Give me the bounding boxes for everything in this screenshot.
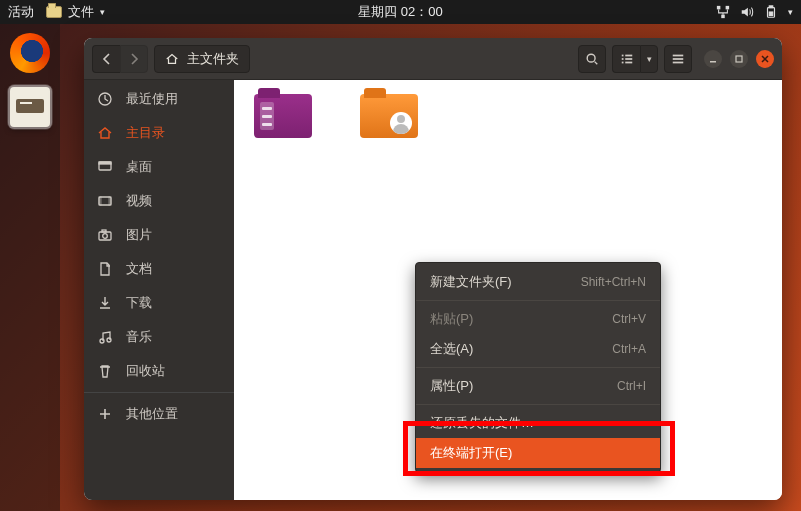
clock[interactable]: 星期四 02：00 (358, 3, 443, 21)
menu-select-all[interactable]: 全选(A) Ctrl+A (416, 334, 660, 364)
svg-rect-13 (673, 54, 684, 56)
menu-item-accel: Ctrl+I (617, 379, 646, 393)
sidebar-item-label: 回收站 (126, 362, 165, 380)
search-button[interactable] (578, 45, 606, 73)
svg-rect-17 (736, 56, 742, 62)
sidebar-item-label: 主目录 (126, 124, 165, 142)
svg-rect-23 (109, 197, 111, 205)
menu-item-label: 在终端打开(E) (430, 444, 512, 462)
folder-item[interactable] (248, 94, 318, 138)
network-icon[interactable] (716, 5, 730, 19)
menu-item-accel: Shift+Ctrl+N (581, 275, 646, 289)
svg-rect-11 (625, 58, 632, 60)
menu-separator (416, 404, 660, 405)
camera-icon (96, 227, 114, 243)
files-icon (10, 87, 50, 127)
battery-icon[interactable] (764, 5, 778, 19)
view-dropdown-button[interactable]: ▾ (640, 45, 658, 73)
plus-icon (96, 406, 114, 422)
svg-rect-15 (673, 61, 684, 63)
svg-rect-16 (710, 61, 716, 63)
dock (0, 24, 60, 511)
folder-icon (254, 94, 312, 138)
menu-restore-files[interactable]: 还原丢失的文件… (416, 408, 660, 438)
nav-group (92, 45, 148, 73)
menu-item-accel: Ctrl+V (612, 312, 646, 326)
sidebar-item-label: 图片 (126, 226, 152, 244)
menu-separator (416, 300, 660, 301)
window-controls (704, 50, 774, 68)
menu-item-label: 还原丢失的文件… (430, 414, 534, 432)
svg-rect-9 (621, 61, 623, 63)
maximize-button[interactable] (730, 50, 748, 68)
sidebar-item-label: 最近使用 (126, 90, 178, 108)
svg-rect-1 (721, 15, 725, 19)
home-icon (96, 125, 114, 141)
context-menu: 新建文件夹(F) Shift+Ctrl+N 粘贴(P) Ctrl+V 全选(A)… (415, 262, 661, 473)
svg-rect-5 (769, 12, 773, 16)
chevron-down-icon: ▾ (100, 7, 105, 17)
menu-item-label: 新建文件夹(F) (430, 273, 512, 291)
clock-icon (96, 91, 114, 107)
svg-rect-0 (717, 6, 721, 10)
home-icon (165, 52, 179, 66)
svg-point-6 (587, 54, 595, 62)
volume-icon[interactable] (740, 5, 754, 19)
menu-item-accel: Ctrl+A (612, 342, 646, 356)
headerbar: 主文件夹 ▾ (84, 38, 782, 80)
svg-rect-7 (621, 54, 623, 56)
sidebar-item-label: 桌面 (126, 158, 152, 176)
folder-icon (360, 94, 418, 138)
close-button[interactable] (756, 50, 774, 68)
svg-point-28 (107, 338, 111, 342)
menu-open-terminal[interactable]: 在终端打开(E) (416, 438, 660, 468)
menu-properties[interactable]: 属性(P) Ctrl+I (416, 371, 660, 401)
sidebar-item-documents[interactable]: 文档 (84, 252, 234, 286)
sidebar-item-label: 文档 (126, 260, 152, 278)
path-label: 主文件夹 (187, 50, 239, 68)
sidebar-item-videos[interactable]: 视频 (84, 184, 234, 218)
download-icon (96, 295, 114, 311)
music-icon (96, 329, 114, 345)
sidebar-item-recent[interactable]: 最近使用 (84, 82, 234, 116)
sidebar-item-music[interactable]: 音乐 (84, 320, 234, 354)
sidebar-item-desktop[interactable]: 桌面 (84, 150, 234, 184)
svg-rect-4 (769, 6, 773, 8)
svg-rect-12 (625, 61, 632, 63)
svg-rect-26 (102, 230, 106, 232)
svg-rect-22 (99, 197, 101, 205)
menu-paste[interactable]: 粘贴(P) Ctrl+V (416, 304, 660, 334)
svg-point-27 (100, 339, 104, 343)
svg-rect-20 (99, 162, 111, 164)
dock-firefox[interactable] (7, 30, 53, 76)
activities-button[interactable]: 活动 (8, 3, 34, 21)
minimize-button[interactable] (704, 50, 722, 68)
sidebar-item-label: 其他位置 (126, 405, 178, 423)
menu-item-label: 全选(A) (430, 340, 473, 358)
svg-rect-14 (673, 58, 684, 60)
document-icon (96, 261, 114, 277)
sidebar-item-downloads[interactable]: 下载 (84, 286, 234, 320)
sidebar-item-label: 音乐 (126, 328, 152, 346)
menu-new-folder[interactable]: 新建文件夹(F) Shift+Ctrl+N (416, 267, 660, 297)
firefox-icon (10, 33, 50, 73)
sidebar-item-other[interactable]: 其他位置 (84, 397, 234, 431)
chevron-down-icon: ▾ (647, 54, 652, 64)
view-toggle-button[interactable] (612, 45, 640, 73)
sidebar-item-home[interactable]: 主目录 (84, 116, 234, 150)
back-button[interactable] (92, 45, 120, 73)
sidebar-item-label: 下载 (126, 294, 152, 312)
forward-button[interactable] (120, 45, 148, 73)
folder-item[interactable] (354, 94, 424, 138)
sidebar-item-trash[interactable]: 回收站 (84, 354, 234, 388)
top-panel: 活动 文件 ▾ 星期四 02：00 ▾ (0, 0, 801, 24)
pathbar[interactable]: 主文件夹 (154, 45, 250, 73)
dock-files[interactable] (7, 84, 53, 130)
hamburger-menu-button[interactable] (664, 45, 692, 73)
menu-separator (416, 367, 660, 368)
chevron-down-icon[interactable]: ▾ (788, 7, 793, 17)
app-menu[interactable]: 文件 ▾ (46, 3, 105, 21)
sidebar-item-pictures[interactable]: 图片 (84, 218, 234, 252)
svg-rect-2 (726, 6, 730, 10)
sidebar: 最近使用 主目录 桌面 视频 图片 文档 (84, 80, 234, 500)
